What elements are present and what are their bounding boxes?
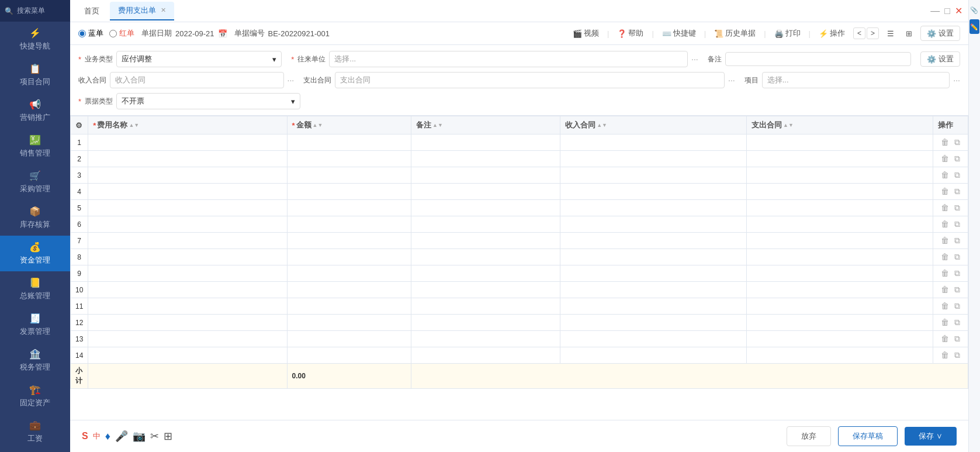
income-contract-more-btn[interactable]: ··· (288, 75, 295, 85)
col-sort-expense[interactable]: * 费用名称 ▲▼ (93, 120, 139, 130)
row-note-9[interactable] (411, 265, 560, 282)
set-button[interactable]: ⚙️ 设置 (920, 26, 960, 41)
grid-view-btn[interactable]: ⊞ (902, 27, 916, 40)
shortcut-btn[interactable]: ⌨️ 快捷键 (659, 26, 699, 40)
row-income-contract-1[interactable] (560, 134, 747, 151)
project-dropdown[interactable]: 选择... (762, 72, 950, 88)
row-amount-3[interactable] (287, 167, 411, 184)
row-amount-12[interactable] (287, 315, 411, 331)
row-note-11[interactable] (411, 298, 560, 315)
row-delete-btn-1[interactable]: 🗑 (939, 137, 951, 147)
print-btn[interactable]: 🖨️ 打印 (771, 26, 804, 40)
project-more-btn[interactable]: ··· (953, 75, 960, 85)
diamond-icon[interactable]: ♦ (105, 430, 110, 443)
col-sort-note[interactable]: 备注 ▲▼ (416, 120, 443, 130)
sidebar-item-inventory[interactable]: 📦库存核算 (0, 200, 70, 236)
row-delete-btn-13[interactable]: 🗑 (939, 334, 951, 343)
row-income-contract-9[interactable] (560, 265, 747, 282)
row-copy-btn-13[interactable]: ⧉ (953, 334, 962, 344)
row-income-contract-4[interactable] (560, 184, 747, 200)
row-income-contract-8[interactable] (560, 249, 747, 265)
row-note-2[interactable] (411, 151, 560, 167)
row-copy-btn-8[interactable]: ⧉ (953, 252, 962, 262)
sidebar-item-marketing[interactable]: 📢营销推广 (0, 93, 70, 129)
row-amount-1[interactable] (287, 134, 411, 151)
video-btn[interactable]: 🎬 视频 (569, 26, 602, 40)
row-expense-contract-12[interactable] (747, 315, 933, 331)
row-expense-name-14[interactable] (88, 347, 287, 364)
sidebar-item-project-contract[interactable]: 📋项目合同 (0, 57, 70, 93)
grid-icon[interactable]: ⊞ (164, 430, 172, 443)
income-contract-dropdown[interactable]: 收入合同 (110, 72, 284, 88)
row-expense-name-4[interactable] (88, 184, 287, 200)
row-copy-btn-14[interactable]: ⧉ (953, 350, 962, 360)
row-expense-name-8[interactable] (88, 249, 287, 265)
row-note-4[interactable] (411, 184, 560, 200)
row-delete-btn-12[interactable]: 🗑 (939, 318, 951, 327)
row-expense-contract-1[interactable] (747, 134, 933, 151)
sidebar-item-capital[interactable]: 💰资金管理 (0, 236, 70, 271)
red-radio-input[interactable] (109, 30, 117, 37)
row-expense-name-1[interactable] (88, 134, 287, 151)
row-note-3[interactable] (411, 167, 560, 184)
row-delete-btn-4[interactable]: 🗑 (939, 187, 951, 196)
abandon-btn[interactable]: 放弃 (787, 426, 831, 446)
sidebar-item-purchase[interactable]: 🛒采购管理 (0, 164, 70, 200)
row-income-contract-13[interactable] (560, 331, 747, 347)
help-btn[interactable]: ❓ 帮助 (614, 26, 647, 40)
row-delete-btn-9[interactable]: 🗑 (939, 268, 951, 278)
row-expense-name-11[interactable] (88, 298, 287, 315)
row-amount-10[interactable] (287, 282, 411, 298)
row-note-14[interactable] (411, 347, 560, 364)
row-copy-btn-7[interactable]: ⧉ (953, 236, 962, 246)
row-amount-13[interactable] (287, 331, 411, 347)
row-expense-name-2[interactable] (88, 151, 287, 167)
tab-home[interactable]: 首页 (76, 2, 108, 20)
row-income-contract-14[interactable] (560, 347, 747, 364)
row-amount-9[interactable] (287, 265, 411, 282)
row-delete-btn-7[interactable]: 🗑 (939, 236, 951, 245)
row-expense-contract-2[interactable] (747, 151, 933, 167)
row-note-5[interactable] (411, 200, 560, 216)
operations-btn[interactable]: ⚡ 操作 (815, 26, 849, 40)
window-close-btn[interactable]: ✕ (955, 5, 962, 16)
row-expense-contract-14[interactable] (747, 347, 933, 364)
row-note-8[interactable] (411, 249, 560, 265)
row-amount-2[interactable] (287, 151, 411, 167)
row-delete-btn-11[interactable]: 🗑 (939, 301, 951, 310)
business-type-dropdown[interactable]: 应付调整 ▾ (116, 51, 282, 67)
sidebar-item-sales[interactable]: 💹销售管理 (0, 129, 70, 164)
calendar-icon[interactable]: 📅 (218, 29, 227, 38)
list-view-btn[interactable]: ☰ (884, 27, 898, 40)
sidebar-item-payroll[interactable]: 💼工资 (0, 414, 70, 450)
row-note-7[interactable] (411, 233, 560, 249)
row-income-contract-3[interactable] (560, 167, 747, 184)
row-delete-btn-14[interactable]: 🗑 (939, 350, 951, 360)
row-delete-btn-3[interactable]: 🗑 (939, 170, 951, 180)
sidebar-search[interactable]: 🔍 搜索菜单 (0, 0, 70, 22)
row-expense-name-10[interactable] (88, 282, 287, 298)
row-copy-btn-5[interactable]: ⧉ (953, 203, 962, 213)
save-draft-btn[interactable]: 保存草稿 (838, 426, 898, 446)
row-delete-btn-6[interactable]: 🗑 (939, 219, 951, 229)
row-expense-contract-6[interactable] (747, 216, 933, 233)
row-amount-5[interactable] (287, 200, 411, 216)
history-btn[interactable]: 📜 历史单据 (711, 26, 759, 40)
sidebar-item-quick-nav[interactable]: ⚡快捷导航 (0, 22, 70, 57)
sidebar-item-general-ledger[interactable]: 📒总账管理 (0, 271, 70, 307)
red-radio-item[interactable]: 红单 (109, 28, 134, 39)
row-note-6[interactable] (411, 216, 560, 233)
row-expense-name-7[interactable] (88, 233, 287, 249)
row-copy-btn-1[interactable]: ⧉ (953, 137, 962, 147)
row-income-contract-12[interactable] (560, 315, 747, 331)
row-income-contract-11[interactable] (560, 298, 747, 315)
col-sort-income[interactable]: 收入合同 ▲▼ (565, 120, 607, 130)
prev-btn[interactable]: < (853, 27, 865, 39)
row-copy-btn-6[interactable]: ⧉ (953, 219, 962, 229)
col-sort-amount[interactable]: * 金额 ▲▼ (292, 120, 323, 130)
row-expense-name-13[interactable] (88, 331, 287, 347)
row-note-13[interactable] (411, 331, 560, 347)
row-expense-name-12[interactable] (88, 315, 287, 331)
row-expense-contract-11[interactable] (747, 298, 933, 315)
row-expense-contract-4[interactable] (747, 184, 933, 200)
